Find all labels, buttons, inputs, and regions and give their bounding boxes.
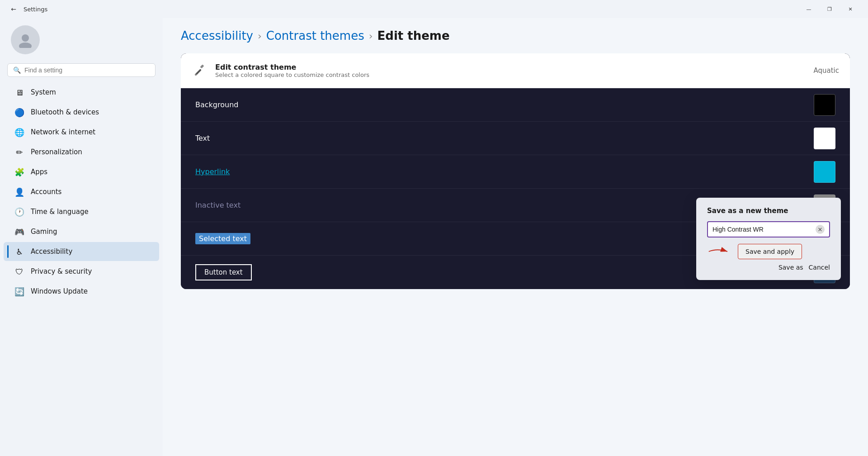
arrow-annotation: [707, 245, 734, 258]
text-swatch[interactable]: [814, 128, 835, 149]
hyperlink-swatch[interactable]: [814, 161, 835, 183]
theme-editor-title: Edit contrast theme: [215, 63, 369, 71]
update-icon: 🔄: [14, 286, 24, 296]
breadcrumb-sep-2: ›: [369, 30, 373, 42]
background-label: Background: [195, 100, 814, 109]
sidebar-item-system[interactable]: 🖥 System: [4, 83, 159, 102]
accessibility-icon: ♿: [14, 247, 24, 256]
main-content: Accessibility › Contrast themes › Edit t…: [163, 18, 868, 456]
color-row-hyperlink: Hyperlink: [181, 155, 850, 189]
cancel-button[interactable]: Cancel: [809, 264, 830, 271]
search-icon: 🔍: [13, 66, 21, 74]
close-button[interactable]: ✕: [840, 2, 861, 16]
sidebar-item-time[interactable]: 🕐 Time & language: [4, 202, 159, 221]
background-swatch[interactable]: [814, 94, 835, 116]
save-popup: Save as a new theme ✕: [696, 198, 841, 280]
svg-rect-3: [200, 64, 204, 68]
save-popup-overlay: Save as a new theme ✕: [687, 189, 850, 289]
sidebar-item-label: Time & language: [31, 208, 89, 216]
breadcrumb-contrast-themes[interactable]: Contrast themes: [266, 29, 364, 43]
sidebar-item-label: Personalization: [31, 148, 82, 156]
sidebar-item-network[interactable]: 🌐 Network & internet: [4, 123, 159, 142]
sidebar-item-personalization[interactable]: ✏️ Personalization: [4, 142, 159, 162]
sidebar-item-bluetooth[interactable]: 🔵 Bluetooth & devices: [4, 103, 159, 122]
theme-header-text: Edit contrast theme Select a colored squ…: [215, 63, 369, 78]
back-button[interactable]: ←: [7, 3, 20, 15]
sidebar-item-gaming[interactable]: 🎮 Gaming: [4, 222, 159, 241]
accounts-icon: 👤: [14, 187, 24, 197]
network-icon: 🌐: [14, 127, 24, 137]
button-text-preview[interactable]: Button text: [195, 264, 252, 280]
privacy-icon: 🛡: [14, 266, 24, 276]
apps-icon: 🧩: [14, 167, 24, 177]
sidebar-item-accessibility[interactable]: ♿ Accessibility: [4, 242, 159, 261]
gaming-icon: 🎮: [14, 227, 24, 237]
sidebar-item-label: Bluetooth & devices: [31, 108, 99, 116]
theme-badge: Aquatic: [813, 66, 839, 75]
sidebar-item-label: System: [31, 88, 56, 96]
user-avatar-area: [0, 18, 163, 63]
theme-name-input[interactable]: [712, 226, 816, 233]
breadcrumb: Accessibility › Contrast themes › Edit t…: [181, 29, 850, 43]
sidebar-item-update[interactable]: 🔄 Windows Update: [4, 282, 159, 301]
selected-text-highlight: Selected text: [195, 233, 250, 244]
breadcrumb-current: Edit theme: [377, 29, 450, 43]
bluetooth-icon: 🔵: [14, 107, 24, 117]
time-icon: 🕐: [14, 207, 24, 217]
save-popup-title: Save as a new theme: [707, 207, 830, 215]
minimize-button[interactable]: —: [798, 2, 819, 16]
sidebar-item-privacy[interactable]: 🛡 Privacy & security: [4, 262, 159, 281]
breadcrumb-accessibility[interactable]: Accessibility: [181, 29, 253, 43]
content-card: Edit contrast theme Select a colored squ…: [181, 53, 850, 289]
sidebar-item-label: Accounts: [31, 188, 61, 196]
color-row-text: Text: [181, 122, 850, 155]
sidebar-item-label: Gaming: [31, 228, 57, 236]
search-box[interactable]: 🔍: [7, 63, 156, 77]
save-and-apply-button[interactable]: Save and apply: [738, 244, 802, 259]
clear-input-button[interactable]: ✕: [816, 225, 825, 234]
avatar[interactable]: [11, 25, 40, 54]
save-apply-container: Save and apply: [707, 244, 830, 259]
personalization-icon: ✏️: [14, 147, 24, 157]
text-label: Text: [195, 134, 814, 142]
color-row-background: Background: [181, 88, 850, 122]
breadcrumb-sep-1: ›: [258, 30, 262, 42]
theme-editor-icon: [192, 62, 208, 79]
system-icon: 🖥: [14, 87, 24, 97]
sidebar-item-apps[interactable]: 🧩 Apps: [4, 162, 159, 181]
svg-point-4: [195, 74, 197, 76]
window-controls: — ❐ ✕: [798, 2, 861, 16]
theme-editor-header: Edit contrast theme Select a colored squ…: [181, 53, 850, 88]
save-as-button[interactable]: Save as: [778, 264, 803, 271]
search-input[interactable]: [24, 66, 150, 74]
popup-bottom-buttons: Save as Cancel: [707, 264, 830, 271]
sidebar-item-label: Accessibility: [31, 247, 72, 256]
hyperlink-label[interactable]: Hyperlink: [195, 167, 814, 176]
sidebar: 🔍 🖥 System 🔵 Bluetooth & devices 🌐 Netwo…: [0, 18, 163, 456]
titlebar: ← Settings — ❐ ✕: [0, 0, 868, 18]
app-body: 🔍 🖥 System 🔵 Bluetooth & devices 🌐 Netwo…: [0, 18, 868, 456]
theme-editor-subtitle: Select a colored square to customize con…: [215, 71, 369, 78]
save-popup-input-row: ✕: [707, 221, 830, 238]
sidebar-item-label: Privacy & security: [31, 267, 92, 276]
svg-point-1: [19, 43, 32, 48]
sidebar-item-accounts[interactable]: 👤 Accounts: [4, 182, 159, 201]
sidebar-item-label: Network & internet: [31, 128, 95, 136]
sidebar-item-label: Windows Update: [31, 287, 88, 295]
maximize-button[interactable]: ❐: [819, 2, 840, 16]
svg-point-0: [22, 34, 29, 42]
app-title: Settings: [24, 6, 47, 13]
sidebar-item-label: Apps: [31, 168, 47, 176]
